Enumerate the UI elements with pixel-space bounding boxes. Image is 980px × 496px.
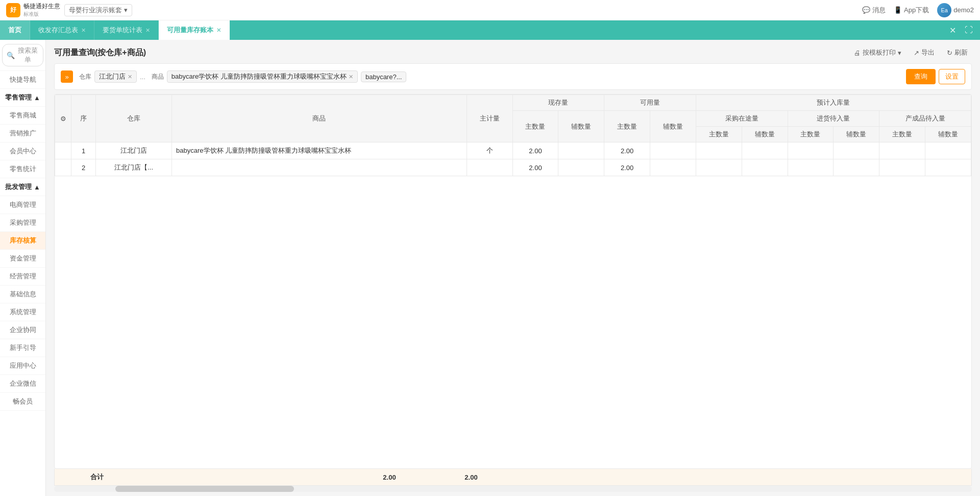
row-product: babycare学饮杯 儿童防摔防撞吸管杯重力球吸嘴杯宝宝水杯	[172, 143, 467, 159]
print-button[interactable]: 🖨 按模板打印 ▾	[850, 46, 905, 59]
member-label: 畅会员	[13, 397, 33, 405]
th-production-aux: 辅数量	[925, 127, 971, 143]
row-purchase-main	[696, 159, 742, 176]
tab-order-label: 要货单统计表	[103, 26, 142, 35]
tab-receive[interactable]: 收发存汇总表 ✕	[30, 20, 94, 40]
tab-order-close[interactable]: ✕	[145, 27, 150, 34]
message-icon: 💬	[862, 6, 870, 14]
sidebar-item-marketing[interactable]: 营销推广	[0, 125, 45, 143]
setting-button[interactable]: 设置	[939, 69, 965, 84]
product-filter-group: 商品 babycare学饮杯 儿童防摔防撞吸管杯重力球吸嘴杯宝宝水杯 ✕ bab…	[152, 70, 407, 83]
product-label: 商品	[152, 73, 164, 81]
sidebar-item-enterprise-wechat[interactable]: 企业微信	[0, 375, 45, 393]
th-available-main: 主数量	[604, 111, 650, 143]
row-incoming-main	[788, 143, 834, 159]
purchase-label: 采购管理	[10, 219, 36, 226]
tab-home[interactable]: 首页	[0, 20, 30, 40]
row-purchase-aux	[742, 143, 788, 159]
product-tag-close-0[interactable]: ✕	[349, 74, 353, 80]
user-profile[interactable]: Ea demo2	[937, 3, 974, 17]
row-settings	[55, 143, 71, 159]
basic-info-label: 基础信息	[10, 290, 36, 298]
top-bar: 好 畅捷通好生意 标准版 母婴行业演示账套 ▾ 💬 消息 📱 App下载 Ea …	[0, 0, 980, 20]
row-warehouse: 江北门店	[96, 143, 172, 159]
row-incoming-aux	[834, 143, 879, 159]
filter-bar: » 仓库 江北门店 ✕ ... 商品 babycare学饮杯 儿童防摔防撞吸管杯…	[54, 63, 972, 90]
sidebar-item-ecommerce[interactable]: 电商管理	[0, 196, 45, 214]
product-tag-label-0: babycare学饮杯 儿童防摔防撞吸管杯重力球吸嘴杯宝宝水杯	[172, 72, 347, 81]
query-button[interactable]: 查询	[906, 69, 936, 84]
sidebar-item-new-guide[interactable]: 新手引导	[0, 339, 45, 357]
sidebar-item-search-menu[interactable]: 🔍 搜索菜单	[0, 40, 45, 71]
sidebar-item-wholesale-mgmt[interactable]: 批发管理 ▲	[0, 178, 45, 196]
message-button[interactable]: 💬 消息	[862, 6, 886, 15]
search-label: 搜索菜单	[17, 46, 39, 64]
maximize-button[interactable]: ⛶	[962, 23, 976, 37]
th-purchase-aux: 辅数量	[742, 127, 788, 143]
logo-icon: 好	[6, 3, 20, 17]
sidebar-item-enterprise[interactable]: 企业协同	[0, 321, 45, 339]
sidebar-item-member-center[interactable]: 会员中心	[0, 143, 45, 160]
export-icon: ↗	[914, 49, 919, 57]
warehouse-tag-0[interactable]: 江北门店 ✕	[94, 70, 137, 83]
tab-receive-close[interactable]: ✕	[81, 27, 86, 34]
operations-label: 经营管理	[10, 272, 36, 280]
row-avail-main: 2.00	[604, 159, 650, 176]
page-title: 可用量查询(按仓库+商品)	[54, 48, 146, 58]
export-button[interactable]: ↗ 导出	[910, 46, 939, 59]
th-available-group: 可用量	[604, 95, 696, 111]
th-incoming-aux: 辅数量	[834, 127, 879, 143]
chevron-down-icon: ▾	[124, 6, 128, 14]
th-incoming-group: 进货待入量	[788, 111, 879, 127]
sidebar-item-quick-nav[interactable]: 快捷导航	[0, 71, 45, 89]
settings-icon: ⚙	[60, 115, 66, 123]
sidebar-item-operations[interactable]: 经营管理	[0, 268, 45, 286]
sidebar-item-system-mgmt[interactable]: 系统管理	[0, 303, 45, 321]
row-stock-main: 2.00	[512, 143, 558, 159]
sidebar-item-purchase[interactable]: 采购管理	[0, 214, 45, 232]
tab-order[interactable]: 要货单统计表 ✕	[94, 20, 159, 40]
warehouse-tag-label: 江北门店	[99, 72, 126, 81]
main-layout: 🔍 搜索菜单 快捷导航 零售管理 ▲ 零售商城 营销推广 会员中心 零售统计 批…	[0, 40, 980, 496]
horizontal-scrollbar[interactable]	[54, 486, 972, 492]
app-download-button[interactable]: 📱 App下载	[894, 6, 929, 15]
row-avail-main: 2.00	[604, 143, 650, 159]
warehouse-tag-close[interactable]: ✕	[128, 74, 132, 80]
sidebar-item-basic-info[interactable]: 基础信息	[0, 286, 45, 303]
tab-stock-close[interactable]: ✕	[216, 27, 221, 34]
industry-select[interactable]: 母婴行业演示账套 ▾	[64, 4, 132, 16]
member-center-label: 会员中心	[10, 147, 36, 155]
scrollbar-thumb[interactable]	[115, 486, 294, 492]
tab-stock[interactable]: 可用量库存账本 ✕	[159, 20, 230, 40]
sidebar-item-retail-stats[interactable]: 零售统计	[0, 160, 45, 178]
product-tag-1[interactable]: babycare?...	[361, 72, 407, 82]
row-unit: 个	[467, 143, 512, 159]
warehouse-dots[interactable]: ...	[140, 73, 145, 81]
filter-expand-button[interactable]: »	[61, 70, 73, 83]
footer-stock-main: 2.00	[369, 474, 410, 481]
product-tag-0[interactable]: babycare学饮杯 儿童防摔防撞吸管杯重力球吸嘴杯宝宝水杯 ✕	[167, 70, 358, 83]
th-warehouse: 仓库	[96, 95, 172, 143]
close-window-button[interactable]: ✕	[945, 23, 960, 37]
footer-avail-main: 2.00	[451, 474, 492, 481]
table-settings-header[interactable]: ⚙	[55, 95, 71, 143]
row-warehouse: 江北门店【...	[96, 159, 172, 176]
th-available-aux: 辅数量	[650, 111, 696, 143]
th-product: 商品	[172, 95, 467, 143]
ecommerce-label: 电商管理	[10, 201, 36, 208]
th-stock-aux: 辅数量	[558, 111, 604, 143]
content-area: 可用量查询(按仓库+商品) 🖨 按模板打印 ▾ ↗ 导出 ↻ 刷新	[46, 40, 980, 496]
row-production-main	[879, 159, 925, 176]
sidebar-item-member[interactable]: 畅会员	[0, 393, 45, 411]
sidebar-item-retail-mgmt[interactable]: 零售管理 ▲	[0, 89, 45, 107]
sidebar-item-app-center[interactable]: 应用中心	[0, 357, 45, 375]
th-purchase-main: 主数量	[696, 127, 742, 143]
tab-stock-label: 可用量库存账本	[167, 26, 213, 35]
th-stock-group: 现存量	[512, 95, 604, 111]
sidebar-item-retail-mall[interactable]: 零售商城	[0, 107, 45, 125]
top-bar-left: 好 畅捷通好生意 标准版 母婴行业演示账套 ▾	[6, 2, 132, 18]
row-purchase-aux	[742, 159, 788, 176]
sidebar-item-stock-check[interactable]: 库存核算	[0, 232, 45, 250]
sidebar-item-finance[interactable]: 资金管理	[0, 250, 45, 268]
refresh-button[interactable]: ↻ 刷新	[943, 46, 972, 59]
